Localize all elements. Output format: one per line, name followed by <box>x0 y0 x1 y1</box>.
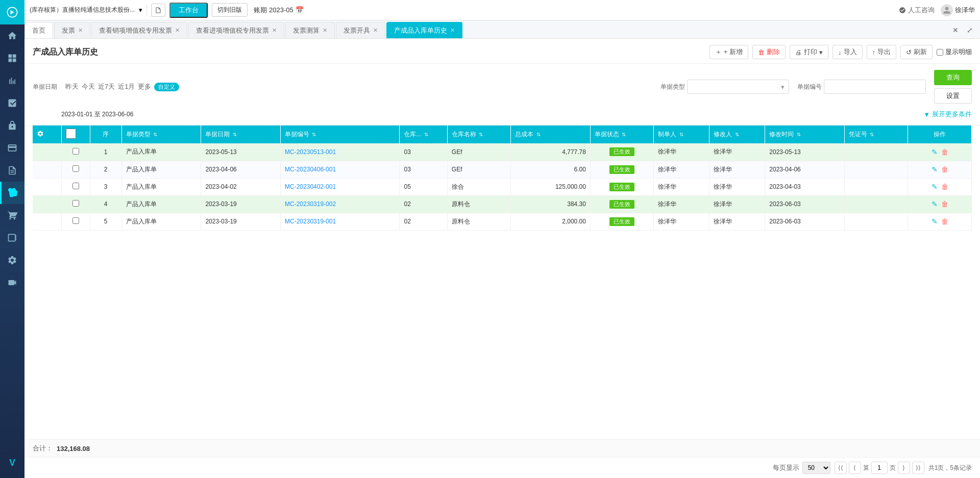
delete-row-icon[interactable]: 🗑 <box>941 148 948 156</box>
sidebar-item-purchase[interactable] <box>0 204 24 227</box>
tab-calc[interactable]: 发票测算 ✕ <box>285 22 335 38</box>
tabs-expand-icon[interactable]: ⤢ <box>964 24 976 36</box>
close-tab-history[interactable]: ✕ <box>450 27 455 34</box>
close-tab-calc[interactable]: ✕ <box>323 27 327 34</box>
first-page-btn[interactable]: ⟨⟨ <box>835 462 847 474</box>
edit-icon[interactable]: ✎ <box>932 148 938 156</box>
close-tab-invoice[interactable]: ✕ <box>78 27 83 34</box>
th-voucher[interactable]: 凭证号 ⇅ <box>844 125 908 143</box>
date-custom[interactable]: 自定义 <box>154 83 179 91</box>
sidebar-item-v[interactable]: V <box>0 451 24 474</box>
delete-row-icon[interactable]: 🗑 <box>941 200 948 208</box>
tab-input-invoice[interactable]: 查看进项增值税专用发票 ✕ <box>188 22 284 38</box>
tab-home[interactable]: 首页 <box>24 22 53 38</box>
number-input[interactable] <box>824 80 926 94</box>
th-creator[interactable]: 制单人 ⇅ <box>654 125 709 143</box>
close-tab-issue[interactable]: ✕ <box>373 27 378 34</box>
row-number[interactable]: MC-20230319-001 <box>281 213 400 230</box>
th-wh-code[interactable]: 仓库... ⇅ <box>400 125 447 143</box>
type-select[interactable]: ▾ <box>687 80 789 94</box>
table-row[interactable]: 1 产品入库单 2023-05-13 MC-20230513-001 03 GE… <box>33 143 972 161</box>
prev-page-btn[interactable]: ⟨ <box>849 462 861 474</box>
sidebar-item-settings[interactable] <box>0 249 24 271</box>
th-modifier[interactable]: 修改人 ⇅ <box>709 125 765 143</box>
row-checkbox[interactable] <box>61 178 90 195</box>
row-checkbox[interactable] <box>61 143 90 161</box>
user-menu[interactable]: 徐泽华 <box>941 4 975 16</box>
delete-row-icon[interactable]: 🗑 <box>941 183 948 191</box>
workbench-button[interactable]: 工作台 <box>169 3 208 18</box>
sidebar-item-video[interactable] <box>0 271 24 294</box>
set-button[interactable]: 设置 <box>934 88 972 104</box>
row-number[interactable]: MC-20230406-001 <box>281 161 400 178</box>
calendar-icon[interactable]: 📅 <box>296 6 304 14</box>
delete-row-icon[interactable]: 🗑 <box>941 217 948 225</box>
th-status[interactable]: 单据状态 ⇅ <box>590 125 654 143</box>
table-row[interactable]: 5 产品入库单 2023-03-19 MC-20230319-001 02 原料… <box>33 213 972 230</box>
sidebar-item-chart[interactable] <box>0 69 24 92</box>
sidebar-item-bill[interactable] <box>0 137 24 159</box>
tab-issue[interactable]: 发票开具 ✕ <box>336 22 385 38</box>
company-chevron-icon[interactable]: ▾ <box>139 6 142 14</box>
th-modify-time[interactable]: 修改时间 ⇅ <box>765 125 845 143</box>
sidebar-item-manufacture[interactable] <box>0 227 24 249</box>
delete-button[interactable]: 🗑 删除 <box>752 45 786 59</box>
row-checkbox[interactable] <box>61 195 90 213</box>
select-all-checkbox[interactable] <box>66 129 76 139</box>
tab-output-invoice[interactable]: 查看销项增值税专用发票 ✕ <box>91 22 187 38</box>
import-button[interactable]: ↓ 导入 <box>832 45 863 59</box>
app-logo[interactable] <box>0 0 24 24</box>
query-button[interactable]: 查询 <box>934 70 972 85</box>
th-settings[interactable] <box>33 125 61 143</box>
new-button[interactable]: ＋ + 新增 <box>709 45 748 59</box>
table-row[interactable]: 4 产品入库单 2023-03-19 MC-20230319-002 02 原料… <box>33 195 972 213</box>
edit-icon[interactable]: ✎ <box>932 200 938 208</box>
tab-invoice[interactable]: 发票 ✕ <box>54 22 90 38</box>
close-tab-output-invoice[interactable]: ✕ <box>175 27 180 34</box>
per-page-select[interactable]: 50 100 200 <box>802 462 830 474</box>
sidebar-item-inventory[interactable] <box>0 182 24 204</box>
switch-version-button[interactable]: 切到旧版 <box>212 3 248 17</box>
row-number[interactable]: MC-20230319-002 <box>281 195 400 213</box>
page-number-input[interactable] <box>871 462 888 474</box>
edit-icon[interactable]: ✎ <box>932 183 938 191</box>
date-more[interactable]: 更多 <box>138 82 151 91</box>
tabs-close-icon[interactable]: ✕ <box>949 24 962 36</box>
last-page-btn[interactable]: ⟩⟩ <box>912 462 924 474</box>
table-row[interactable]: 3 产品入库单 2023-04-02 MC-20230402-001 05 徐合… <box>33 178 972 195</box>
date-7days[interactable]: 近7天 <box>98 82 115 91</box>
row-checkbox[interactable] <box>61 213 90 230</box>
display-detail-toggle[interactable]: 显示明细 <box>937 47 972 57</box>
date-today[interactable]: 今天 <box>82 82 95 91</box>
th-wh-name[interactable]: 仓库名称 ⇅ <box>447 125 511 143</box>
company-name[interactable]: (库存核算）直播轻纯通信息技术股份... <box>30 6 135 14</box>
delete-row-icon[interactable]: 🗑 <box>941 165 948 173</box>
display-detail-checkbox[interactable] <box>937 49 943 56</box>
row-checkbox[interactable] <box>61 161 90 178</box>
document-icon[interactable] <box>151 4 165 17</box>
refresh-button[interactable]: ↺ 刷新 <box>900 45 933 59</box>
next-page-btn[interactable]: ⟩ <box>898 462 910 474</box>
edit-icon[interactable]: ✎ <box>932 217 938 225</box>
print-button[interactable]: 🖨 打印 ▾ <box>790 45 828 59</box>
th-date[interactable]: 单据日期 ⇅ <box>201 125 281 143</box>
row-number[interactable]: MC-20230402-001 <box>281 178 400 195</box>
tab-history[interactable]: 产成品入库单历史 ✕ <box>386 22 462 38</box>
edit-icon[interactable]: ✎ <box>932 165 938 173</box>
th-number[interactable]: 单据编号 ⇅ <box>281 125 400 143</box>
date-yesterday[interactable]: 昨天 <box>65 82 79 91</box>
row-number[interactable]: MC-20230513-001 <box>281 143 400 161</box>
sidebar-item-lock[interactable] <box>0 114 24 137</box>
sidebar-item-doc[interactable] <box>0 159 24 182</box>
table-row[interactable]: 2 产品入库单 2023-04-06 MC-20230406-001 03 GE… <box>33 161 972 178</box>
export-button[interactable]: ↑ 导出 <box>867 45 897 59</box>
sidebar-item-home[interactable] <box>0 24 24 47</box>
th-checkbox[interactable] <box>61 125 90 143</box>
date-1month[interactable]: 近1月 <box>118 82 135 91</box>
close-tab-input-invoice[interactable]: ✕ <box>272 27 277 34</box>
service-btn[interactable]: 人工咨询 <box>899 6 935 15</box>
expand-filter-btn[interactable]: ▼ 展开更多条件 <box>923 110 972 119</box>
th-type[interactable]: 单据类型 ⇅ <box>121 125 201 143</box>
th-cost[interactable]: 总成本 ⇅ <box>511 125 591 143</box>
sidebar-item-grid[interactable] <box>0 47 24 69</box>
